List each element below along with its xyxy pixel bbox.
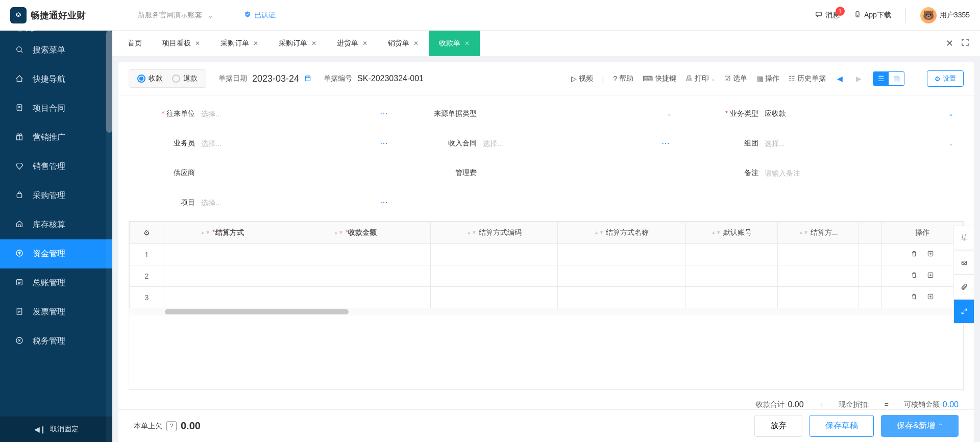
cell-amount[interactable]: [280, 287, 430, 308]
shortcut-link[interactable]: ⌨快捷键: [643, 74, 676, 83]
sidebar-item-home[interactable]: 快捷导航: [0, 65, 112, 94]
save-draft-button[interactable]: 保存草稿: [810, 415, 874, 437]
cell-settle-code[interactable]: [430, 265, 557, 287]
info-icon[interactable]: ?: [166, 421, 177, 431]
sidebar-item-tax[interactable]: 税务管理: [0, 327, 112, 356]
sidebar-item-ledger[interactable]: 总账管理: [0, 268, 112, 298]
table-settings-header[interactable]: ⚙: [130, 222, 164, 244]
col-settle-more[interactable]: ▲▼结算方...: [778, 222, 859, 244]
messages-button[interactable]: 消息 1: [815, 11, 840, 20]
cell-settle-code[interactable]: [430, 287, 557, 308]
cell-settle-name[interactable]: [558, 265, 685, 287]
lookup-icon[interactable]: ⋯: [378, 109, 390, 118]
cell-settle-method[interactable]: [164, 244, 280, 265]
sidebar-item-bag[interactable]: 采购管理: [0, 181, 112, 210]
user-menu[interactable]: 🐻 用户3355: [920, 7, 970, 23]
close-icon[interactable]: ✕: [195, 40, 200, 47]
sidebar-item-doc[interactable]: 项目合同: [0, 94, 112, 123]
cell-settle-more[interactable]: [778, 287, 859, 308]
app-download-button[interactable]: App下载: [854, 11, 891, 20]
sidebar-item-gift[interactable]: 营销推广: [0, 123, 112, 152]
project-input[interactable]: [201, 199, 378, 207]
close-icon[interactable]: ✕: [311, 40, 316, 47]
dock-expand-icon[interactable]: [953, 299, 974, 324]
cell-settle-method[interactable]: [164, 287, 280, 308]
lookup-icon[interactable]: ⋯: [659, 138, 672, 148]
table-h-scrollbar[interactable]: [129, 308, 963, 315]
select-bill-link[interactable]: ☑选单: [724, 74, 747, 83]
delete-row-icon[interactable]: [911, 293, 918, 302]
delete-row-icon[interactable]: [911, 250, 918, 259]
cell-default-acct[interactable]: [685, 287, 777, 308]
col-amount[interactable]: ▲▼*收款金额: [280, 222, 430, 244]
add-row-icon[interactable]: [927, 272, 934, 280]
dock-draft-icon[interactable]: 草: [953, 226, 974, 250]
delete-row-icon[interactable]: [911, 272, 918, 280]
tab-采购订单[interactable]: 采购订单✕: [210, 31, 268, 56]
col-default-acct[interactable]: ▲▼默认账号: [685, 222, 777, 244]
cell-default-acct[interactable]: [685, 265, 777, 287]
remark-input[interactable]: [765, 169, 953, 177]
add-row-icon[interactable]: [927, 250, 934, 259]
col-settle-code[interactable]: ▲▼结算方式编码: [430, 222, 557, 244]
bill-date-field[interactable]: 单据日期 2023-03-24: [218, 73, 311, 84]
chevron-down-icon[interactable]: ⌄: [948, 110, 953, 117]
sidebar-item-money[interactable]: 资金管理: [0, 239, 112, 268]
table-row[interactable]: 2: [130, 265, 963, 287]
close-icon[interactable]: ✕: [253, 40, 258, 47]
next-bill-button[interactable]: ▶: [854, 75, 864, 83]
help-link[interactable]: ?帮助: [613, 74, 633, 83]
cell-settle-more[interactable]: [778, 265, 859, 287]
discard-button[interactable]: 放弃: [754, 415, 802, 437]
contract-input[interactable]: [483, 139, 659, 148]
sidebar-item-invoice[interactable]: 发票管理: [0, 298, 112, 327]
radio-refund[interactable]: 退款: [172, 74, 198, 83]
salesman-input[interactable]: [201, 139, 378, 148]
add-row-icon[interactable]: [927, 293, 934, 302]
cell-settle-method[interactable]: [164, 265, 280, 287]
lookup-icon[interactable]: ⋯: [378, 138, 390, 148]
tab-收款单[interactable]: 收款单✕: [429, 31, 480, 56]
biz-type-input[interactable]: [765, 110, 948, 118]
mgmt-fee-input[interactable]: [483, 169, 672, 177]
close-all-tabs-icon[interactable]: ✕: [946, 38, 953, 49]
close-icon[interactable]: ✕: [362, 40, 368, 47]
prev-bill-button[interactable]: ◀: [835, 75, 845, 83]
cell-default-acct[interactable]: [685, 244, 777, 265]
chevron-down-icon[interactable]: ⌄: [667, 110, 672, 117]
sidebar-item-diamond[interactable]: 销售管理: [0, 152, 112, 181]
col-settle-method[interactable]: ▲▼*结算方式: [164, 222, 280, 244]
radio-receive[interactable]: 收款: [137, 74, 163, 83]
operate-link[interactable]: ▦操作: [756, 74, 779, 83]
sidebar-item-search[interactable]: 搜索菜单: [0, 36, 112, 65]
history-link[interactable]: ☷历史单据: [789, 74, 826, 83]
source-type-input[interactable]: [483, 110, 667, 118]
sidebar-item-house[interactable]: 库存核算: [0, 210, 112, 239]
tab-首页[interactable]: 首页: [117, 31, 152, 56]
lookup-icon[interactable]: ⋯: [378, 198, 390, 207]
tab-项目看板[interactable]: 项目看板✕: [152, 31, 210, 56]
org-selector[interactable]: 新服务官网演示账套 ⌄: [138, 11, 213, 20]
cell-settle-more[interactable]: [778, 244, 859, 265]
tab-进货单[interactable]: 进货单✕: [327, 31, 378, 56]
tab-销货单[interactable]: 销货单✕: [378, 31, 429, 56]
customer-input[interactable]: [201, 110, 378, 118]
cell-settle-name[interactable]: [558, 287, 685, 308]
group-input[interactable]: [765, 139, 948, 148]
sidebar-unpin-button[interactable]: ◀❙ 取消固定: [0, 416, 112, 442]
tab-采购订单[interactable]: 采购订单✕: [268, 31, 327, 56]
table-row[interactable]: 3: [130, 287, 963, 308]
close-icon[interactable]: ✕: [413, 40, 419, 47]
supplier-input[interactable]: [201, 169, 390, 177]
view-list-button[interactable]: ☰: [873, 72, 889, 85]
video-link[interactable]: ▷视频: [571, 74, 593, 83]
col-settle-name[interactable]: ▲▼结算方式名称: [558, 222, 685, 244]
cell-amount[interactable]: [280, 265, 430, 287]
table-row[interactable]: 1: [130, 244, 963, 265]
print-link[interactable]: 🖶打印⌄: [685, 74, 715, 83]
fullscreen-icon[interactable]: [961, 38, 970, 50]
settings-button[interactable]: ⚙ 设置: [927, 70, 964, 87]
view-card-button[interactable]: ▦: [889, 72, 904, 85]
cell-amount[interactable]: [280, 244, 430, 265]
dock-inbox-icon[interactable]: [953, 250, 974, 275]
